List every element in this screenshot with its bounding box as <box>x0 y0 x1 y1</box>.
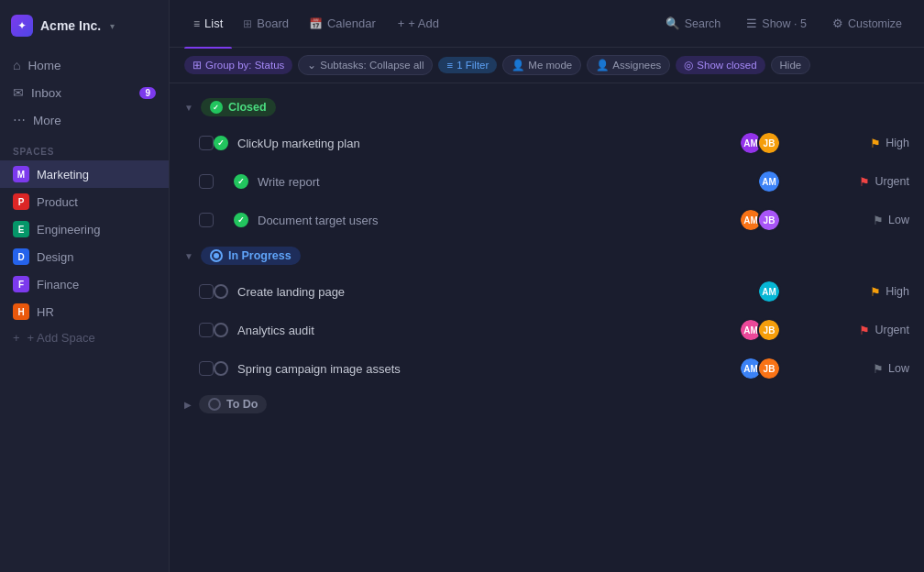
group-header-inprogress[interactable]: ▼ In Progress <box>170 239 924 272</box>
closed-dot: ✓ <box>210 101 223 114</box>
task-list: ▼ ✓ Closed ⣿ ClickUp marketing plan AMJB… <box>170 83 924 572</box>
priority-label: Urgent <box>874 324 909 336</box>
show-button[interactable]: ☰ Show · 5 <box>739 13 814 34</box>
task-name: Write report <box>258 175 757 189</box>
group-toggle-icon: ▼ <box>184 103 193 113</box>
group-header-todo[interactable]: ▶ To Do <box>170 388 924 421</box>
customize-button[interactable]: ⚙ Customize <box>825 13 909 34</box>
group-badge-closed: ✓ Closed <box>201 98 276 116</box>
topbar: ≡ List ⊞ Board 📅 Calendar + + Add 🔍 Sear… <box>170 0 924 48</box>
priority-label: Urgent <box>874 175 909 188</box>
add-space-button[interactable]: + + Add Space <box>0 325 169 350</box>
task-status-checkbox[interactable] <box>214 323 228 337</box>
sidebar-item-more[interactable]: ⋯ More <box>0 106 169 134</box>
me-mode-icon: 👤 <box>512 59 524 72</box>
priority-badge: ⚑ Low <box>836 362 909 376</box>
show-icon: ☰ <box>746 16 757 30</box>
space-label: Marketing <box>37 168 89 182</box>
topbar-actions: 🔍 Search ☰ Show · 5 ⚙ Customize <box>658 13 909 34</box>
group-badge-inprogress: In Progress <box>201 247 301 265</box>
task-status-checkbox[interactable] <box>214 284 228 299</box>
task-status-checkbox[interactable] <box>234 213 248 227</box>
gear-icon: ⚙ <box>832 16 843 30</box>
filter-chip[interactable]: ≡ 1 Filter <box>438 57 497 73</box>
view-tabs: ≡ List ⊞ Board 📅 Calendar <box>184 11 385 36</box>
priority-badge: ⚑ Urgent <box>836 175 909 189</box>
hide-chip[interactable]: Hide <box>771 56 811 74</box>
tab-list[interactable]: ≡ List <box>184 11 232 36</box>
task-assignees: AMJB <box>739 131 781 155</box>
sidebar-item-hr[interactable]: H HR <box>0 298 169 325</box>
show-closed-chip[interactable]: ◎ Show closed <box>676 56 764 74</box>
more-icon: ⋯ <box>13 113 26 127</box>
multi-select-checkbox[interactable] <box>199 136 214 150</box>
todo-dot <box>208 398 221 411</box>
chevron-down-icon: ▾ <box>110 21 115 31</box>
inbox-badge: 9 <box>139 87 156 99</box>
app-header[interactable]: ✦ Acme Inc. ▾ <box>0 7 169 48</box>
task-row[interactable]: ⣿ Analytics audit AMJB ⚑ Urgent <box>170 311 924 349</box>
assignees-icon: 👤 <box>596 59 609 72</box>
group-toggle-icon: ▶ <box>184 400 192 410</box>
priority-badge: ⚑ Urgent <box>836 324 909 337</box>
group-by-chip[interactable]: ⊞ Group by: Status <box>184 56 292 74</box>
sidebar-item-engineering[interactable]: E Engineering <box>0 215 169 243</box>
tab-calendar[interactable]: 📅 Calendar <box>300 11 385 36</box>
sidebar-item-home[interactable]: ⌂ Home <box>0 51 169 79</box>
space-label: Product <box>37 195 78 209</box>
task-status-checkbox[interactable] <box>234 174 248 189</box>
multi-select-checkbox[interactable] <box>199 174 214 189</box>
search-button[interactable]: 🔍 Search <box>658 13 729 34</box>
tab-board[interactable]: ⊞ Board <box>234 11 298 36</box>
plus-icon: + <box>398 16 405 30</box>
search-icon: 🔍 <box>666 16 680 30</box>
filterbar: ⊞ Group by: Status ⌄ Subtasks: Collapse … <box>170 48 924 83</box>
group-icon: ⊞ <box>192 59 202 72</box>
space-color-dot: E <box>13 221 29 237</box>
multi-select-checkbox[interactable] <box>199 284 214 299</box>
spaces-label: Spaces <box>0 138 169 160</box>
sidebar-item-inbox[interactable]: ✉ Inbox 9 <box>0 79 169 106</box>
avatar: AM <box>757 170 781 193</box>
sidebar-item-finance[interactable]: F Finance <box>0 270 169 298</box>
list-tab-icon: ≡ <box>193 17 200 30</box>
list-tab-label: List <box>204 16 223 30</box>
filter-icon: ≡ <box>446 60 453 71</box>
me-mode-chip[interactable]: 👤 Me mode <box>502 55 581 75</box>
task-name: ClickUp marketing plan <box>237 137 739 150</box>
priority-label: High <box>886 285 909 298</box>
home-icon: ⌂ <box>13 58 20 72</box>
multi-select-checkbox[interactable] <box>199 323 214 337</box>
subtasks-chip[interactable]: ⌄ Subtasks: Collapse all <box>298 55 433 75</box>
assignees-chip[interactable]: 👤 Assignees <box>587 55 670 75</box>
avatar: JB <box>757 131 781 155</box>
priority-badge: ⚑ High <box>836 137 909 150</box>
task-name: Spring campaign image assets <box>237 362 739 376</box>
priority-label: Low <box>888 362 909 375</box>
main-panel: ≡ List ⊞ Board 📅 Calendar + + Add 🔍 Sear… <box>170 0 924 572</box>
multi-select-checkbox[interactable] <box>199 213 214 227</box>
task-name: Create landing page <box>237 285 757 299</box>
sidebar-item-marketing[interactable]: M Marketing <box>0 160 169 188</box>
space-label: HR <box>37 305 54 319</box>
task-row[interactable]: ⣿ ClickUp marketing plan AMJB ⚑ High <box>170 124 924 162</box>
subtasks-icon: ⌄ <box>307 59 316 72</box>
task-status-checkbox[interactable] <box>214 136 228 150</box>
group-toggle-icon: ▼ <box>184 251 193 261</box>
multi-select-checkbox[interactable] <box>199 361 214 376</box>
task-row[interactable]: ⣿ Spring campaign image assets AMJB ⚑ Lo… <box>170 349 924 388</box>
group-header-closed[interactable]: ▼ ✓ Closed <box>170 91 924 124</box>
task-status-checkbox[interactable] <box>214 361 228 376</box>
task-assignees: AMJB <box>739 208 781 232</box>
add-view-button[interactable]: + + Add <box>389 11 448 36</box>
show-closed-icon: ◎ <box>684 59 693 72</box>
plus-icon: + <box>13 331 20 345</box>
sidebar-item-design[interactable]: D Design <box>0 243 169 270</box>
sidebar-item-product[interactable]: P Product <box>0 188 169 215</box>
space-label: Engineering <box>37 223 100 236</box>
app-name: Acme Inc. <box>40 18 101 33</box>
task-row[interactable]: ⣿ Create landing page AM ⚑ High <box>170 272 924 311</box>
avatar: JB <box>757 208 781 232</box>
task-row[interactable]: ⣿ Write report AM ⚑ Urgent <box>170 162 924 201</box>
task-row[interactable]: ⣿ Document target users AMJB ⚑ Low <box>170 201 924 239</box>
